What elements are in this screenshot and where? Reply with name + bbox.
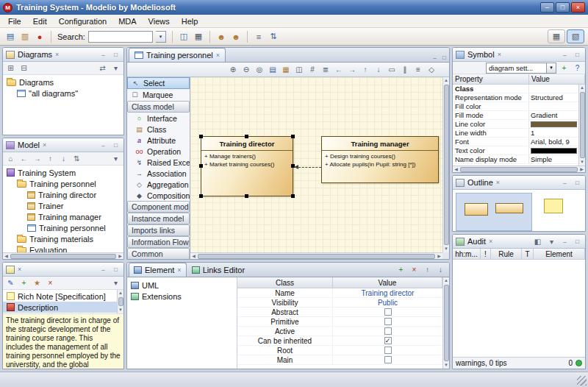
apply-style-icon[interactable]: +	[559, 63, 570, 74]
palette-tool-select[interactable]: ↖ Select	[127, 77, 190, 89]
editor-tab-training-personnel[interactable]: Training personnel ×	[129, 48, 226, 62]
distribute-icon[interactable]: ∥	[399, 64, 411, 76]
sort-icon[interactable]: ⇅	[267, 30, 280, 43]
tree-item-diagrams[interactable]: Diagrams	[3, 77, 123, 88]
menu-file[interactable]: File	[2, 15, 27, 27]
abstract-checkbox[interactable]	[384, 308, 392, 316]
align-right-icon[interactable]: →	[346, 64, 358, 76]
back-icon[interactable]: ←	[18, 153, 29, 164]
snap-icon[interactable]: #	[306, 64, 318, 76]
menu-help[interactable]: Help	[176, 15, 204, 27]
selection-handle[interactable]	[199, 135, 203, 138]
scroll-left-icon[interactable]: ◀	[190, 253, 197, 260]
palette-item-operation[interactable]: oo Operation	[127, 146, 190, 157]
menu-views[interactable]: Views	[143, 15, 176, 27]
open-project-icon[interactable]: ▥	[18, 30, 32, 43]
scroll-right-icon[interactable]: ▶	[436, 253, 442, 260]
tree-item-training-materials[interactable]: Training materials	[3, 233, 123, 244]
palette-item-interface[interactable]: ○ Interface	[127, 113, 190, 124]
palette-item-association[interactable]: → Association	[127, 168, 190, 179]
layers-icon[interactable]: ≣	[320, 64, 331, 76]
view-menu-icon[interactable]: ▾	[110, 277, 121, 288]
perspective-development-button[interactable]: ▦	[548, 29, 565, 43]
vertical-scrollbar[interactable]: ▲ ▼	[578, 85, 585, 166]
tree-item-all-diagrams[interactable]: "all diagrams"	[3, 88, 123, 99]
scroll-down-icon[interactable]: ▼	[118, 307, 124, 313]
selection-handle[interactable]	[291, 135, 295, 138]
scroll-up-icon[interactable]: ▲	[579, 85, 586, 91]
view-menu-icon[interactable]: ▾	[110, 153, 121, 164]
note-description-text[interactable]: The training director is in charge of th…	[3, 313, 123, 369]
move-up-icon[interactable]: ↑	[422, 264, 433, 275]
save-image-icon[interactable]: ▦	[280, 64, 292, 76]
maximize-button[interactable]: □	[111, 141, 121, 149]
scroll-right-icon[interactable]: ▶	[117, 253, 123, 260]
palette-item-aggregation[interactable]: ◇ Aggregation	[127, 179, 190, 190]
scrollbar-thumb[interactable]	[580, 92, 585, 158]
scroll-left-icon[interactable]: ◀	[3, 253, 10, 260]
view-menu-icon[interactable]: ▾	[546, 236, 557, 247]
zoom-in-icon[interactable]: ⊕	[227, 64, 239, 76]
palette-group-imports-links[interactable]: Imports links	[127, 224, 190, 236]
grid-icon[interactable]: ◫	[293, 64, 305, 76]
scroll-down-icon[interactable]: ▼	[579, 159, 586, 166]
minimize-button[interactable]: –	[98, 50, 108, 59]
scrollbar-thumb[interactable]	[10, 254, 116, 259]
move-down-icon[interactable]: ↓	[435, 264, 446, 275]
minimize-button[interactable]: –	[98, 141, 108, 149]
note-item-rich-note[interactable]: Rich Note [Specification]	[3, 291, 117, 302]
menu-configuration[interactable]: Configuration	[53, 15, 112, 27]
diagram-canvas[interactable]: Training director + Manage trainers() + …	[190, 77, 442, 252]
menu-mda[interactable]: MDA	[112, 15, 142, 27]
scroll-down-icon[interactable]: ▼	[443, 246, 450, 252]
tree-item-training-manager[interactable]: Training manager	[3, 211, 123, 222]
window-close-button[interactable]: ×	[571, 2, 585, 13]
zoom-out-icon[interactable]: ⊖	[240, 64, 252, 76]
forward-icon[interactable]: →	[32, 153, 43, 164]
close-tab-icon[interactable]: ×	[177, 266, 181, 274]
maximize-button[interactable]: □	[573, 50, 582, 59]
move-down-icon[interactable]: ↓	[58, 153, 69, 164]
tree-item-uml[interactable]: UML	[127, 280, 237, 291]
palette-item-class[interactable]: ▤ Class	[127, 124, 190, 135]
paste-icon[interactable]: ◫	[177, 30, 190, 43]
vertical-scrollbar[interactable]: ▲ ▼	[442, 277, 449, 369]
selection-handle[interactable]	[245, 194, 248, 198]
list-view-icon[interactable]: ≡	[252, 30, 265, 43]
help-icon[interactable]: ?	[572, 63, 583, 74]
delete-icon[interactable]: ×	[409, 264, 420, 275]
window-maximize-button[interactable]: □	[556, 2, 570, 13]
perspective-modeling-button[interactable]: ▧	[567, 29, 584, 43]
close-tab-icon[interactable]: ×	[216, 52, 220, 59]
main-checkbox[interactable]	[384, 356, 392, 363]
combo-arrow-icon[interactable]: ▾	[546, 63, 556, 73]
new-model-icon[interactable]: ▤	[4, 30, 17, 43]
scrollbar-thumb[interactable]	[118, 297, 123, 306]
add-user-icon[interactable]: ☻	[215, 30, 228, 43]
tree-item-extensions[interactable]: Extensions	[127, 291, 237, 302]
tree-item-training-system[interactable]: Training System	[3, 167, 123, 178]
horizontal-scrollbar[interactable]: ◀ ▶	[190, 252, 442, 259]
sort-icon[interactable]: ⇅	[71, 153, 82, 164]
maximize-button[interactable]: □	[573, 237, 582, 246]
add-icon[interactable]: +	[395, 264, 406, 275]
horizontal-scrollbar[interactable]: ◀ ▶	[453, 166, 585, 172]
selection-handle[interactable]	[245, 135, 248, 138]
minimize-button[interactable]: –	[560, 237, 570, 246]
close-icon[interactable]: ×	[43, 141, 46, 149]
palette-item-composition[interactable]: ◆ Composition	[127, 190, 190, 201]
tree-item-training-personnel-folder[interactable]: Training personnel	[3, 178, 123, 189]
outline-minimap[interactable]	[453, 190, 585, 231]
minimize-button[interactable]: –	[560, 178, 570, 187]
dependency-link[interactable]	[298, 167, 321, 168]
maximize-button[interactable]: □	[440, 53, 449, 62]
uml-class-training-director[interactable]: Training director + Manage trainers() + …	[201, 136, 293, 196]
close-icon[interactable]: ×	[18, 266, 21, 273]
menu-edit[interactable]: Edit	[27, 15, 53, 27]
scrollbar-thumb[interactable]	[460, 167, 578, 172]
style-combo[interactable]: diagram sett... ▾	[486, 63, 556, 74]
add-note-icon[interactable]: +	[18, 277, 29, 288]
vertical-scrollbar[interactable]: ▲ ▼	[117, 290, 123, 313]
palette-group-common[interactable]: Common	[127, 248, 190, 259]
horizontal-scrollbar[interactable]: ◀ ▶	[3, 252, 123, 259]
